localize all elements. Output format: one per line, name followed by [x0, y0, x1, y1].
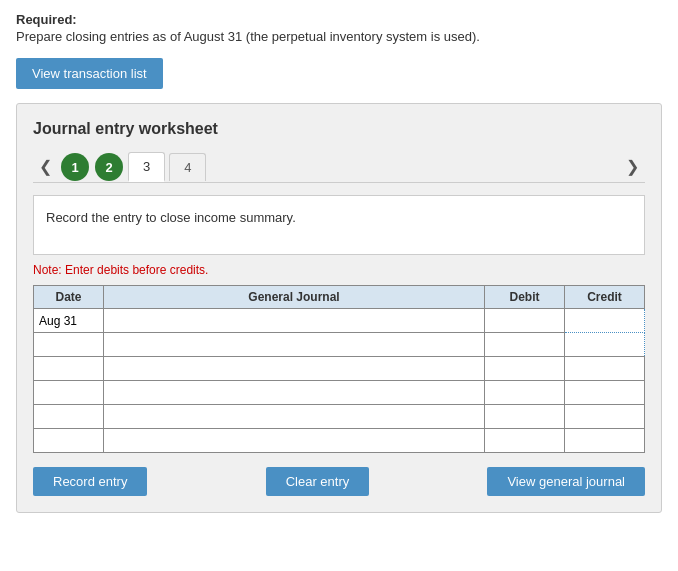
journal-input-3[interactable] — [109, 386, 479, 400]
debit-cell-4[interactable] — [485, 405, 565, 429]
journal-table: Date General Journal Debit Credit — [33, 285, 645, 453]
col-header-debit: Debit — [485, 286, 565, 309]
date-input-1[interactable] — [39, 338, 98, 352]
worksheet-container: Journal entry worksheet ❮ 1 2 3 4 ❯ Reco… — [16, 103, 662, 513]
credit-cell-4[interactable] — [565, 405, 645, 429]
credit-input-0[interactable] — [570, 314, 639, 328]
date-input-0[interactable] — [39, 314, 98, 328]
date-cell-1[interactable] — [34, 333, 104, 357]
instruction-text: Record the entry to close income summary… — [46, 210, 296, 225]
tabs-row: ❮ 1 2 3 4 ❯ — [33, 152, 645, 183]
debit-cell-5[interactable] — [485, 429, 565, 453]
debit-input-1[interactable] — [490, 338, 559, 352]
required-description: Prepare closing entries as of August 31 … — [16, 29, 662, 44]
date-cell-2[interactable] — [34, 357, 104, 381]
credit-input-1[interactable] — [570, 338, 639, 352]
table-row — [34, 309, 645, 333]
tab-prev-button[interactable]: ❮ — [33, 155, 58, 179]
credit-cell-5[interactable] — [565, 429, 645, 453]
journal-cell-1[interactable] — [104, 333, 485, 357]
table-row — [34, 429, 645, 453]
journal-input-1[interactable] — [109, 338, 479, 352]
debit-cell-0[interactable] — [485, 309, 565, 333]
credit-input-3[interactable] — [570, 386, 639, 400]
col-header-credit: Credit — [565, 286, 645, 309]
date-input-3[interactable] — [39, 386, 98, 400]
date-cell-5[interactable] — [34, 429, 104, 453]
tab-3[interactable]: 3 — [128, 152, 165, 182]
debit-cell-1[interactable] — [485, 333, 565, 357]
instruction-box: Record the entry to close income summary… — [33, 195, 645, 255]
date-cell-0[interactable] — [34, 309, 104, 333]
debit-cell-2[interactable] — [485, 357, 565, 381]
clear-entry-button[interactable]: Clear entry — [266, 467, 370, 496]
note-text: Note: Enter debits before credits. — [33, 263, 645, 277]
view-transactions-button[interactable]: View transaction list — [16, 58, 163, 89]
debit-input-0[interactable] — [490, 314, 559, 328]
tab-1[interactable]: 1 — [61, 153, 89, 181]
col-header-journal: General Journal — [104, 286, 485, 309]
worksheet-title: Journal entry worksheet — [33, 120, 645, 138]
date-input-4[interactable] — [39, 410, 98, 424]
table-row — [34, 381, 645, 405]
credit-cell-3[interactable] — [565, 381, 645, 405]
credit-input-2[interactable] — [570, 362, 639, 376]
journal-input-4[interactable] — [109, 410, 479, 424]
table-row — [34, 357, 645, 381]
journal-input-5[interactable] — [109, 434, 479, 448]
journal-cell-0[interactable] — [104, 309, 485, 333]
credit-cell-1[interactable] — [565, 333, 645, 357]
journal-cell-3[interactable] — [104, 381, 485, 405]
credit-cell-2[interactable] — [565, 357, 645, 381]
tab-2[interactable]: 2 — [95, 153, 123, 181]
date-input-2[interactable] — [39, 362, 98, 376]
journal-cell-5[interactable] — [104, 429, 485, 453]
tab-next-button[interactable]: ❯ — [620, 155, 645, 179]
journal-input-0[interactable] — [109, 314, 479, 328]
journal-input-2[interactable] — [109, 362, 479, 376]
date-input-5[interactable] — [39, 434, 98, 448]
debit-input-3[interactable] — [490, 386, 559, 400]
col-header-date: Date — [34, 286, 104, 309]
journal-cell-4[interactable] — [104, 405, 485, 429]
credit-cell-0[interactable] — [565, 309, 645, 333]
buttons-row: Record entry Clear entry View general jo… — [33, 467, 645, 496]
table-row — [34, 333, 645, 357]
view-general-journal-button[interactable]: View general journal — [487, 467, 645, 496]
table-row — [34, 405, 645, 429]
debit-input-5[interactable] — [490, 434, 559, 448]
date-cell-3[interactable] — [34, 381, 104, 405]
credit-input-5[interactable] — [570, 434, 639, 448]
record-entry-button[interactable]: Record entry — [33, 467, 147, 496]
tab-4[interactable]: 4 — [169, 153, 206, 181]
debit-cell-3[interactable] — [485, 381, 565, 405]
credit-input-4[interactable] — [570, 410, 639, 424]
debit-input-4[interactable] — [490, 410, 559, 424]
debit-input-2[interactable] — [490, 362, 559, 376]
journal-cell-2[interactable] — [104, 357, 485, 381]
date-cell-4[interactable] — [34, 405, 104, 429]
required-label: Required: — [16, 12, 662, 27]
